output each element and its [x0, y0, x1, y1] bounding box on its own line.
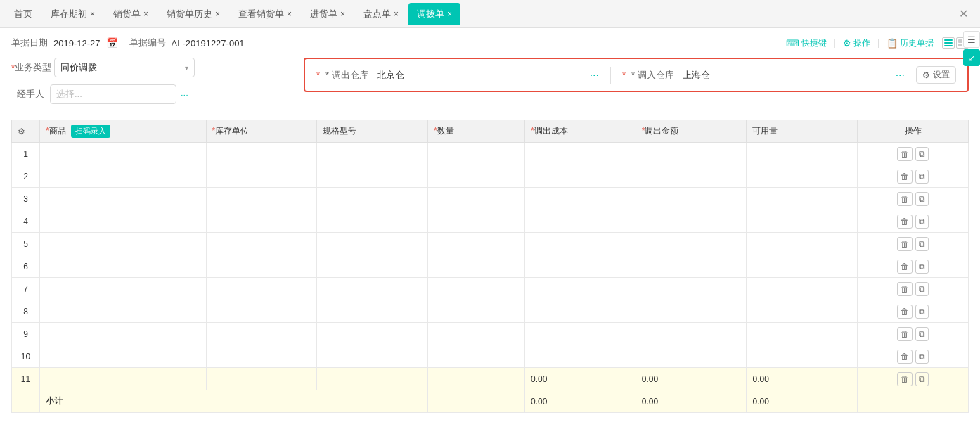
delete-row-button[interactable]: 🗑 — [897, 350, 913, 364]
tab-close-purchase-order[interactable]: × — [340, 9, 345, 19]
left-fields: * 业务类型 同价调拨 ▾ 经手人 选择... ··· — [11, 58, 292, 111]
delete-row-button[interactable]: 🗑 — [897, 192, 913, 206]
tab-close-inventory-check[interactable]: × — [394, 9, 399, 19]
dropdown-arrow-icon: ▾ — [185, 64, 188, 72]
cell-action: 🗑⧉ — [858, 345, 969, 368]
delete-row-button[interactable]: 🗑 — [897, 215, 913, 229]
tab-close-sales-order[interactable]: × — [143, 9, 148, 19]
history-action[interactable]: 📋 历史单据 — [886, 37, 934, 49]
history-label: 历史单据 — [900, 37, 934, 49]
tab-sales-history[interactable]: 销货单历史 × — [158, 3, 228, 25]
copy-row-button[interactable]: ⧉ — [915, 327, 929, 341]
total-avail: 0.00 — [747, 390, 858, 413]
cell-spec — [317, 323, 428, 345]
settings-button[interactable]: ⚙ 设置 — [916, 66, 956, 84]
cell-amount — [636, 323, 747, 345]
copy-row-button[interactable]: ⧉ — [915, 147, 929, 161]
cell-product[interactable] — [40, 278, 207, 300]
subtotal-num-cell — [12, 390, 40, 413]
cell-avail — [747, 210, 858, 233]
tab-close-sales-history[interactable]: × — [215, 9, 220, 19]
tab-sales-order[interactable]: 销货单 × — [105, 3, 157, 25]
cell-product[interactable] — [40, 210, 207, 233]
tab-home[interactable]: 首页 — [6, 3, 41, 25]
subtotal-product-cell — [40, 368, 207, 390]
tab-inventory-check[interactable]: 盘点单 × — [355, 3, 407, 25]
delete-row-button[interactable]: 🗑 — [897, 237, 913, 251]
tab-close-view-sales[interactable]: × — [287, 9, 292, 19]
business-type-value: 同价调拨 — [60, 61, 97, 74]
calendar-icon[interactable]: 📅 — [106, 37, 118, 49]
transfer-out-star: * — [316, 70, 320, 80]
cell-unit — [206, 143, 317, 165]
tab-transfer-order[interactable]: 调拨单 × — [408, 3, 460, 25]
copy-row-button[interactable]: ⧉ — [915, 260, 929, 274]
cell-spec — [317, 165, 428, 188]
transfer-out-more-icon[interactable]: ··· — [590, 69, 599, 82]
cell-cost — [525, 323, 636, 345]
tab-inventory-init[interactable]: 库存期初 × — [42, 3, 103, 25]
delete-row-button[interactable]: 🗑 — [897, 170, 913, 184]
cell-amount — [636, 345, 747, 368]
copy-row-button[interactable]: ⧉ — [915, 192, 929, 206]
table-settings-icon[interactable]: ⚙ — [18, 127, 25, 136]
main-content: 单据日期 2019-12-27 📅 单据编号 AL-20191227-001 ⌨… — [0, 28, 980, 446]
scan-input-button[interactable]: 扫码录入 — [71, 125, 110, 138]
cell-product[interactable] — [40, 165, 207, 188]
cell-unit — [206, 233, 317, 255]
shortcut-action[interactable]: ⌨ 快捷键 — [786, 37, 827, 49]
row-num: 7 — [12, 278, 40, 300]
delete-row-button[interactable]: 🗑 — [897, 282, 913, 296]
copy-row-button[interactable]: ⧉ — [915, 170, 929, 184]
cell-product[interactable] — [40, 323, 207, 345]
cell-qty — [428, 210, 525, 233]
sidebar-expand-icon[interactable]: ⤢ — [963, 49, 980, 66]
cell-product[interactable] — [40, 300, 207, 323]
layout-list-btn[interactable] — [942, 37, 955, 49]
tab-view-sales[interactable]: 查看销货单 × — [230, 3, 300, 25]
person-select[interactable]: 选择... — [50, 84, 176, 104]
cell-product[interactable] — [40, 233, 207, 255]
subtotal-total-row: 小计 0.00 0.00 0.00 — [12, 390, 969, 413]
cell-qty — [428, 165, 525, 188]
right-sidebar: ☰ ⤢ — [960, 28, 980, 69]
cell-qty — [428, 143, 525, 165]
subtotal-avail-cell: 0.00 — [747, 368, 858, 390]
table-row: 2🗑⧉ — [12, 165, 969, 188]
window-close-button[interactable]: ✕ — [952, 3, 974, 25]
sidebar-list-icon[interactable]: ☰ — [963, 31, 980, 48]
operation-action[interactable]: ⚙ 操作 — [843, 37, 870, 49]
cell-product[interactable] — [40, 255, 207, 278]
tab-close-inventory-init[interactable]: × — [90, 9, 95, 19]
form-fields-container: * 业务类型 同价调拨 ▾ 经手人 选择... ··· * * 调出仓库 — [11, 58, 969, 111]
cell-amount — [636, 255, 747, 278]
delete-row-button[interactable]: 🗑 — [897, 327, 913, 341]
delete-row-button[interactable]: 🗑 — [897, 147, 913, 161]
table-row: 3🗑⧉ — [12, 188, 969, 210]
business-type-row: * 业务类型 同价调拨 ▾ — [11, 58, 292, 77]
delete-row-button[interactable]: 🗑 — [897, 372, 913, 386]
delete-row-button[interactable]: 🗑 — [897, 260, 913, 274]
cell-action: 🗑⧉ — [858, 323, 969, 345]
copy-row-button[interactable]: ⧉ — [915, 372, 929, 386]
copy-row-button[interactable]: ⧉ — [915, 215, 929, 229]
copy-row-button[interactable]: ⧉ — [915, 282, 929, 296]
table-row: 5🗑⧉ — [12, 233, 969, 255]
copy-row-button[interactable]: ⧉ — [915, 305, 929, 319]
cell-product[interactable] — [40, 143, 207, 165]
person-row: 经手人 选择... ··· — [11, 84, 292, 104]
th-product: *商品 扫码录入 — [40, 120, 207, 143]
cell-product[interactable] — [40, 188, 207, 210]
transfer-in-star: * — [622, 70, 626, 80]
cell-spec — [317, 278, 428, 300]
cell-qty — [428, 345, 525, 368]
cell-product[interactable] — [40, 345, 207, 368]
copy-row-button[interactable]: ⧉ — [915, 237, 929, 251]
tab-close-transfer-order[interactable]: × — [447, 9, 452, 19]
delete-row-button[interactable]: 🗑 — [897, 305, 913, 319]
person-more-icon[interactable]: ··· — [181, 89, 188, 100]
copy-row-button[interactable]: ⧉ — [915, 350, 929, 364]
business-type-select[interactable]: 同价调拨 ▾ — [54, 58, 195, 77]
tab-purchase-order[interactable]: 进货单 × — [302, 3, 354, 25]
transfer-in-more-icon[interactable]: ··· — [896, 69, 905, 82]
